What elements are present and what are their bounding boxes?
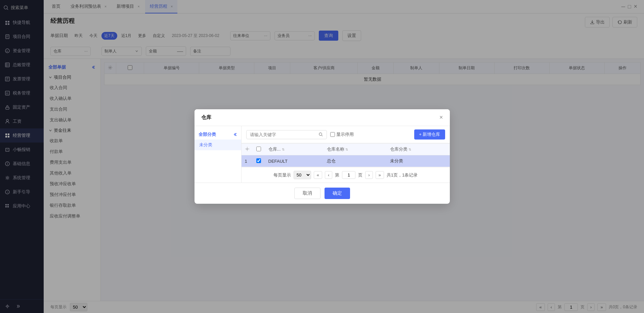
modal-left-panel: 全部分类 未分类	[195, 126, 242, 183]
modal-first-page[interactable]: «	[314, 171, 322, 179]
modal-last-page[interactable]: »	[376, 171, 384, 179]
modal-total: 共1页，1条记录	[387, 172, 418, 178]
show-disabled-label: 显示停用	[336, 131, 354, 138]
modal-overlay: 仓库 × 全部分类 未分类	[0, 0, 644, 313]
show-disabled-input[interactable]	[330, 132, 335, 137]
modal-body: 全部分类 未分类 显示停用	[195, 126, 450, 183]
modal-page-prefix: 第	[335, 172, 339, 178]
modal-td-num: 1	[242, 155, 253, 167]
modal-close-button[interactable]: ×	[439, 114, 443, 121]
search-icon2	[318, 132, 323, 137]
modal-search-box[interactable]	[246, 130, 327, 139]
sort-icon-name[interactable]: ⇅	[345, 148, 348, 151]
modal-search-input[interactable]	[250, 132, 316, 137]
modal-td-name: 总仓	[324, 155, 387, 167]
modal-table-row[interactable]: 1 DEFAULT 总仓 未分类	[242, 155, 450, 167]
modal-per-page-select[interactable]: 50 100	[294, 171, 311, 179]
modal-th-name: 仓库名称 ⇅	[324, 144, 387, 155]
modal-right-panel: 显示停用 + 新增仓库	[242, 126, 450, 183]
modal-title: 仓库	[201, 114, 211, 121]
modal-per-page-label: 每页显示	[273, 172, 291, 178]
modal-pagination: 每页显示 50 100 « ‹ 第 页 › » 共1页，1条记录	[242, 167, 450, 183]
modal-prev-page[interactable]: ‹	[325, 171, 332, 179]
modal-left-header-label: 全部分类	[199, 131, 216, 138]
svg-line-41	[321, 135, 323, 136]
add-warehouse-label: + 新增仓库	[419, 131, 440, 138]
modal-th-checkbox	[253, 144, 265, 155]
modal-left-header[interactable]: 全部分类	[195, 129, 241, 140]
modal-left-item-uncategorized[interactable]: 未分类	[195, 140, 241, 150]
modal-th-code-label: 仓库...	[268, 147, 281, 152]
add-warehouse-button[interactable]: + 新增仓库	[414, 129, 445, 140]
cancel-button[interactable]: 取消	[294, 188, 320, 199]
modal-table: 仓库... ⇅ 仓库名称 ⇅ 仓库分类 ⇅	[242, 143, 450, 167]
gear-icon2[interactable]	[245, 147, 250, 151]
modal-td-checkbox[interactable]	[253, 155, 265, 167]
modal-toolbar: 显示停用 + 新增仓库	[242, 126, 450, 143]
sort-icon-code[interactable]: ⇅	[282, 148, 285, 151]
modal-page-suffix: 页	[358, 172, 362, 178]
modal-collapse-icon[interactable]	[232, 132, 237, 137]
svg-point-40	[319, 133, 322, 135]
modal-page-input[interactable]	[342, 171, 355, 179]
modal-td-category: 未分类	[387, 155, 450, 167]
modal-th-name-label: 仓库名称	[327, 147, 344, 152]
svg-point-42	[247, 148, 248, 150]
modal-th-category-label: 仓库分类	[390, 147, 407, 152]
modal-header: 仓库 ×	[195, 109, 450, 126]
modal-td-code: DEFAULT	[265, 155, 324, 167]
confirm-button[interactable]: 确定	[325, 188, 350, 199]
modal-th-gear	[242, 144, 253, 155]
show-disabled-checkbox[interactable]: 显示停用	[330, 131, 354, 138]
modal-th-category: 仓库分类 ⇅	[387, 144, 450, 155]
modal-select-all[interactable]	[256, 147, 261, 151]
modal-th-code: 仓库... ⇅	[265, 144, 324, 155]
modal-actions: 取消 确定	[195, 183, 450, 204]
modal-table-wrap: 仓库... ⇅ 仓库名称 ⇅ 仓库分类 ⇅	[242, 143, 450, 167]
modal-left-item-label: 未分类	[199, 142, 212, 147]
warehouse-modal: 仓库 × 全部分类 未分类	[195, 109, 450, 204]
sort-icon-category[interactable]: ⇅	[409, 148, 411, 151]
modal-next-page[interactable]: ›	[365, 171, 373, 179]
modal-row-checkbox[interactable]	[256, 158, 261, 163]
